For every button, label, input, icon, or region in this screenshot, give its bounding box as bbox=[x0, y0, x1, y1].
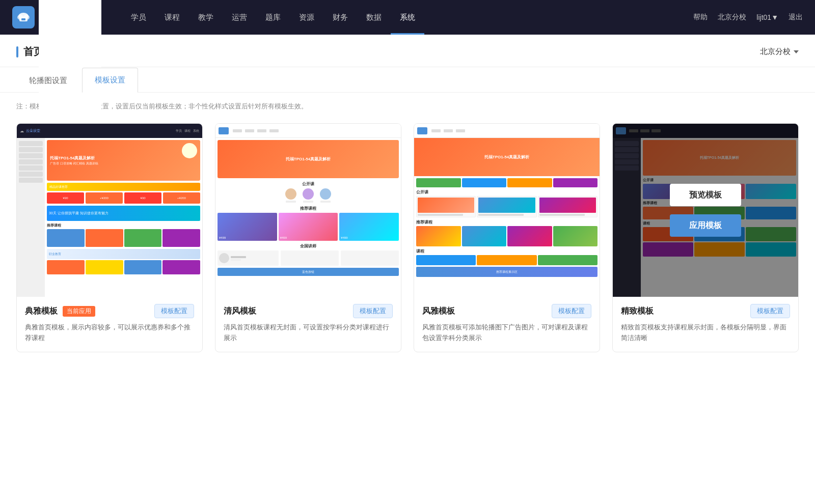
template-name-row-qingfeng: 清风模板 模板配置 bbox=[224, 304, 393, 318]
badge-current-diannya: 当前应用 bbox=[63, 306, 95, 317]
tab-template[interactable]: 模板设置 bbox=[82, 68, 138, 93]
navbar: 云朵设堂 教育机构一站 式服务云平台 学员 课程 教学 运营 题库 资源 财务 … bbox=[0, 0, 815, 35]
nav-items: 学员 课程 教学 运营 题库 资源 财务 数据 系统 bbox=[122, 0, 694, 35]
nav-item-teaching[interactable]: 教学 bbox=[189, 0, 223, 35]
template-info-fengya: 风雅模板 模板配置 风雅首页模板可添加轮播图下广告图片，可对课程及课程包设置学科… bbox=[414, 297, 600, 352]
notice: 注：模板有部分个性化样式设置，设置后仅当前模板生效；非个性化样式设置后针对所有模… bbox=[0, 93, 815, 115]
template-name-row-jingzhi: 精致模板 模板配置 bbox=[621, 304, 790, 318]
nav-item-finance[interactable]: 财务 bbox=[323, 0, 357, 35]
nav-logout[interactable]: 退出 bbox=[789, 13, 803, 22]
config-btn-qingfeng[interactable]: 模板配置 bbox=[353, 304, 393, 318]
chevron-down-icon bbox=[794, 50, 799, 53]
branch-name: 北京分校 bbox=[760, 47, 791, 57]
tab-carousel[interactable]: 轮播图设置 bbox=[16, 68, 80, 93]
template-name-qingfeng: 清风模板 bbox=[224, 306, 256, 317]
nav-item-resources[interactable]: 资源 bbox=[290, 0, 323, 35]
template-name-row-fengya: 风雅模板 模板配置 bbox=[422, 304, 591, 318]
template-name-jingzhi: 精致模板 bbox=[621, 306, 654, 317]
template-overlay-jingzhi: 预览模板 应用模板 bbox=[613, 124, 798, 297]
apply-btn-jingzhi[interactable]: 应用模板 bbox=[670, 214, 741, 237]
nav-branch[interactable]: 北京分校 bbox=[718, 13, 746, 22]
template-name-row-diannya: 典雅模板 当前应用 模板配置 bbox=[25, 304, 194, 318]
template-card-jingzhi: 托福TPO1-54真题及解析 公开课 推荐课程 bbox=[612, 123, 799, 352]
template-grid: ☁ 云朵设堂 学员 课程 系统 bbox=[0, 115, 815, 373]
branch-selector[interactable]: 北京分校 bbox=[760, 47, 799, 65]
nav-item-questions[interactable]: 题库 bbox=[256, 0, 290, 35]
template-info-qingfeng: 清风模板 模板配置 清风首页模板课程无封面，可设置按学科分类对课程进行展示 bbox=[215, 297, 401, 352]
logo-icon bbox=[12, 6, 35, 29]
template-preview-jingzhi: 托福TPO1-54真题及解析 公开课 推荐课程 bbox=[613, 124, 798, 297]
template-desc-jingzhi: 精致首页模板支持课程展示封面，各模板分隔明显，界面简洁清晰 bbox=[621, 322, 790, 344]
config-btn-diannya[interactable]: 模板配置 bbox=[154, 304, 194, 318]
nav-right: 帮助 北京分校 lijt01▼ 退出 bbox=[693, 13, 803, 22]
template-preview-diannya: ☁ 云朵设堂 学员 课程 系统 bbox=[17, 124, 202, 297]
nav-item-students[interactable]: 学员 bbox=[122, 0, 155, 35]
page-header: 首页模板 北京分校 bbox=[0, 35, 815, 67]
svg-rect-4 bbox=[21, 18, 25, 20]
config-btn-fengya[interactable]: 模板配置 bbox=[552, 304, 591, 318]
tabs-bar: 轮播图设置 模板设置 bbox=[0, 67, 815, 93]
nav-item-courses[interactable]: 课程 bbox=[155, 0, 189, 35]
preview-btn-jingzhi[interactable]: 预览模板 bbox=[670, 184, 741, 206]
template-desc-fengya: 风雅首页模板可添加轮播图下广告图片，可对课程及课程包设置学科分类展示 bbox=[422, 322, 591, 344]
config-btn-jingzhi[interactable]: 模板配置 bbox=[750, 304, 790, 318]
main-content: 首页模板 北京分校 轮播图设置 模板设置 注：模板有部分个性化样式设置，设置后仅… bbox=[0, 35, 815, 504]
nav-item-operations[interactable]: 运营 bbox=[223, 0, 256, 35]
template-info-diannya: 典雅模板 当前应用 模板配置 典雅首页模板，展示内容较多，可以展示优惠券和多个推… bbox=[17, 297, 202, 352]
template-card-qingfeng: 托福TPO1-54真题及解析 公开课 bbox=[215, 123, 401, 352]
template-desc-qingfeng: 清风首页模板课程无封面，可设置按学科分类对课程进行展示 bbox=[224, 322, 393, 344]
template-name-diannya: 典雅模板 bbox=[25, 306, 58, 317]
template-info-jingzhi: 精致模板 模板配置 精致首页模板支持课程展示封面，各模板分隔明显，界面简洁清晰 bbox=[613, 297, 798, 352]
nav-user[interactable]: lijt01▼ bbox=[756, 13, 778, 21]
template-preview-qingfeng: 托福TPO1-54真题及解析 公开课 bbox=[215, 124, 401, 297]
template-preview-fengya: 托福TPO1-54真题及解析 公开课 bbox=[414, 124, 600, 297]
nav-help[interactable]: 帮助 bbox=[693, 13, 708, 22]
template-desc-diannya: 典雅首页模板，展示内容较多，可以展示优惠券和多个推荐课程 bbox=[25, 322, 194, 344]
template-name-fengya: 风雅模板 bbox=[422, 306, 455, 317]
qingfeng-banner-btn: 蓝色按钮 bbox=[218, 268, 399, 276]
nav-item-system[interactable]: 系统 bbox=[391, 0, 424, 35]
template-card-fengya: 托福TPO1-54真题及解析 公开课 bbox=[414, 123, 600, 352]
template-card-diannya: ☁ 云朵设堂 学员 课程 系统 bbox=[16, 123, 203, 352]
nav-item-data[interactable]: 数据 bbox=[357, 0, 391, 35]
